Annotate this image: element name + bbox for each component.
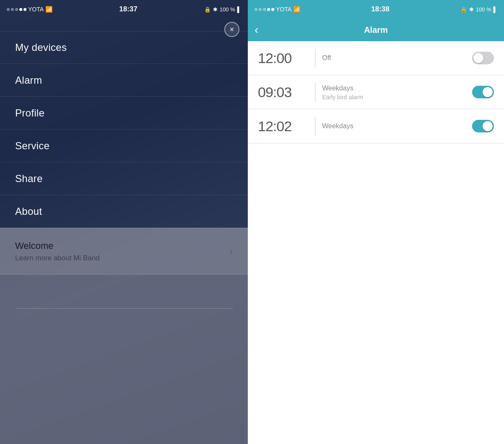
time-right: 18:38 — [371, 5, 389, 13]
menu-label-service: Service — [15, 140, 50, 152]
chevron-right-icon: › — [230, 246, 233, 257]
time-left: 18:37 — [119, 5, 137, 13]
alarm-info-3: Weekdays — [322, 122, 472, 131]
right-status-left: YOTA 📶 — [255, 6, 300, 13]
rdot3 — [263, 8, 266, 11]
rdot5 — [271, 8, 274, 11]
toggle-knob-1 — [473, 53, 483, 63]
menu-label-profile: Profile — [15, 107, 45, 119]
alarm-divider-2 — [315, 83, 315, 101]
alarm-time-3: 12:02 — [258, 118, 308, 135]
status-right-left: 🔒 ✱ 100 % ▌ — [204, 6, 241, 13]
lock-icon-left: 🔒 — [204, 6, 211, 13]
dot3 — [15, 8, 18, 11]
carrier-left: YOTA — [28, 6, 44, 13]
rdot2 — [259, 8, 262, 11]
battery-icon-right: ▌ — [494, 6, 497, 13]
welcome-section[interactable]: Welcome Learn more about Mi Band › — [0, 228, 248, 274]
alarm-toggle-2[interactable] — [472, 86, 494, 98]
close-button[interactable]: × — [224, 22, 239, 37]
right-panel: YOTA 📶 18:38 🔒 ✱ 100 % ▌ ‹ Alarm 12:00 O… — [248, 0, 504, 444]
alarm-info-1: Off — [322, 53, 472, 63]
menu-label-share: Share — [15, 173, 43, 185]
gray-bottom-area — [0, 274, 248, 444]
left-panel: YOTA 📶 18:37 🔒 ✱ 100 % ▌ × My devices Al… — [0, 0, 248, 444]
back-button[interactable]: ‹ — [255, 24, 258, 36]
menu-item-about[interactable]: About — [0, 195, 248, 228]
dot2 — [11, 8, 14, 11]
alarm-item-2[interactable]: 09:03 Weekdays Early bird alarm — [248, 75, 504, 109]
alarm-divider-3 — [315, 117, 315, 135]
left-status-bar: YOTA 📶 18:37 🔒 ✱ 100 % ▌ — [0, 0, 248, 18]
welcome-title: Welcome — [15, 240, 100, 251]
close-icon: × — [230, 25, 234, 34]
menu-item-share[interactable]: Share — [0, 162, 248, 195]
alarm-time-2: 09:03 — [258, 84, 308, 100]
wifi-icon-left: 📶 — [45, 6, 52, 13]
alarm-title: Alarm — [364, 25, 388, 35]
alarm-item-1[interactable]: 12:00 Off — [248, 41, 504, 75]
battery-text-left: 100 % — [220, 6, 235, 13]
signal-dots — [7, 8, 26, 11]
alarm-divider-1 — [315, 49, 315, 67]
dot5 — [24, 8, 26, 11]
battery-icon-left: ▌ — [237, 6, 241, 13]
bluetooth-icon-right: ✱ — [469, 6, 474, 13]
carrier-right: YOTA — [276, 6, 291, 13]
menu-label-about: About — [15, 206, 42, 217]
welcome-text: Welcome Learn more about Mi Band — [15, 240, 100, 262]
menu-label-alarm: Alarm — [15, 74, 42, 86]
menu-item-my-devices[interactable]: My devices — [0, 31, 248, 64]
rdot1 — [255, 8, 257, 11]
alarm-time-1: 12:00 — [258, 50, 308, 66]
wifi-icon-right: 📶 — [293, 6, 300, 13]
menu-item-alarm[interactable]: Alarm — [0, 64, 248, 97]
battery-text-right: 100 % — [476, 6, 491, 13]
toggle-knob-2 — [483, 87, 493, 97]
lock-icon-right: 🔒 — [460, 6, 467, 13]
bluetooth-icon-left: ✱ — [213, 6, 218, 13]
menu-label-my-devices: My devices — [15, 42, 67, 53]
status-right-right: 🔒 ✱ 100 % ▌ — [460, 6, 497, 13]
alarm-item-3[interactable]: 12:02 Weekdays — [248, 109, 504, 143]
menu-item-service[interactable]: Service — [0, 130, 248, 162]
alarm-label-2: Weekdays — [322, 84, 472, 93]
alarm-sublabel-2: Early bird alarm — [322, 94, 472, 100]
alarm-label-3: Weekdays — [322, 122, 472, 131]
right-signal-dots — [255, 8, 274, 11]
bottom-divider — [15, 308, 233, 309]
alarm-info-2: Weekdays Early bird alarm — [322, 84, 472, 100]
rdot4 — [267, 8, 270, 11]
menu-item-profile[interactable]: Profile — [0, 97, 248, 130]
alarm-label-1: Off — [322, 53, 472, 63]
alarm-toggle-1[interactable] — [472, 52, 494, 64]
right-status-bar: YOTA 📶 18:38 🔒 ✱ 100 % ▌ — [248, 0, 504, 18]
toggle-knob-3 — [483, 121, 493, 131]
menu-container: My devices Alarm Profile Service Share A… — [0, 18, 248, 228]
alarm-list: 12:00 Off 09:03 Weekdays Early bird alar… — [248, 41, 504, 444]
alarm-toggle-3[interactable] — [472, 120, 494, 132]
alarm-header: ‹ Alarm — [248, 18, 504, 41]
left-status-left: YOTA 📶 — [7, 6, 52, 13]
dot1 — [7, 8, 10, 11]
welcome-subtitle: Learn more about Mi Band — [15, 254, 100, 262]
dot4 — [19, 8, 22, 11]
